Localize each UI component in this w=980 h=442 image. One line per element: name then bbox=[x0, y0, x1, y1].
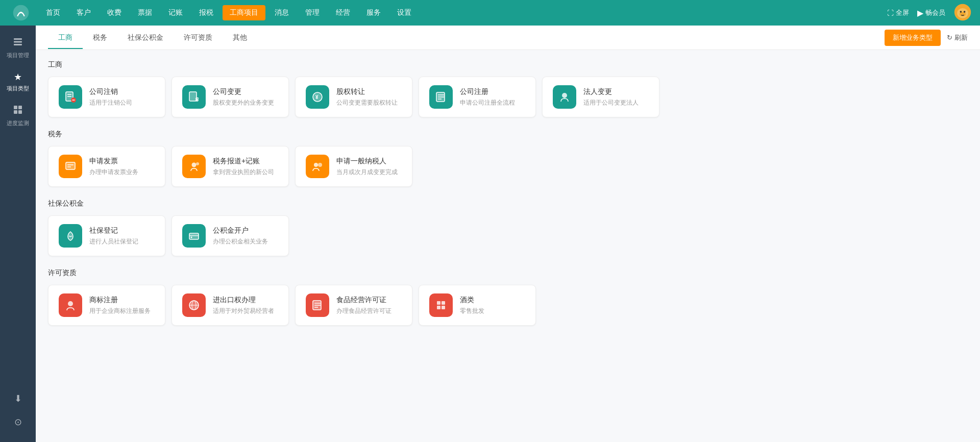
nav-industry[interactable]: 工商项目 bbox=[223, 5, 265, 20]
card-icon-import-export bbox=[182, 293, 206, 317]
card-icon-trademark bbox=[59, 293, 82, 317]
tab-other[interactable]: 其他 bbox=[223, 27, 257, 48]
card-icon-apply-invoice bbox=[59, 155, 82, 178]
card-info-fund-open: 公积金开户 办理公积金相关业务 bbox=[213, 226, 268, 246]
social-cards: 社保登记 进行人员社保登记 公积金开户 办理公积金相关业务 bbox=[48, 215, 968, 256]
tab-license[interactable]: 许可资质 bbox=[174, 27, 223, 48]
card-tax-report[interactable]: 税务报道+记账 拿到营业执照的新公司 bbox=[172, 146, 289, 187]
industry-cards: 公司注销 适用于注销公司 公司变更 股权变更外的业务变更 bbox=[48, 77, 968, 117]
card-icon-company-register bbox=[429, 85, 453, 109]
card-icon-equity-transfer: ¥ bbox=[306, 85, 329, 109]
progress-icon bbox=[13, 105, 23, 117]
svg-rect-20 bbox=[189, 92, 197, 101]
svg-rect-12 bbox=[18, 106, 22, 109]
user-avatar[interactable] bbox=[953, 3, 972, 23]
svg-rect-37 bbox=[189, 235, 199, 236]
fullscreen-button[interactable]: ⛶ 全屏 bbox=[887, 8, 909, 17]
card-info-trademark: 商标注册 用于企业商标注册服务 bbox=[89, 296, 151, 315]
tab-actions: 新增业务类型 ↻ 刷新 bbox=[885, 30, 968, 46]
svg-point-38 bbox=[191, 237, 192, 238]
section-title-social: 社保公积金 bbox=[48, 199, 968, 208]
sidebar-label-project-manage: 项目管理 bbox=[7, 52, 29, 59]
sidebar-label-progress: 进度监测 bbox=[7, 119, 29, 127]
card-title-company-cancel: 公司注销 bbox=[89, 87, 132, 96]
refresh-button[interactable]: ↻ 刷新 bbox=[947, 33, 968, 42]
card-desc-social-register: 进行人员社保登记 bbox=[89, 237, 138, 246]
nav-settings[interactable]: 设置 bbox=[390, 5, 419, 20]
add-type-button[interactable]: 新增业务类型 bbox=[885, 30, 941, 46]
card-trademark[interactable]: 商标注册 用于企业商标注册服务 bbox=[48, 285, 165, 326]
card-desc-legal-change: 适用于公司变更法人 bbox=[583, 99, 639, 107]
card-general-taxpayer[interactable]: 申请一般纳税人 当月或次月成变更完成 bbox=[295, 146, 412, 187]
svg-rect-10 bbox=[14, 44, 22, 45]
nav-accounting[interactable]: 记账 bbox=[161, 5, 190, 20]
sidebar-item-project-manage[interactable]: 项目管理 bbox=[0, 31, 36, 65]
sidebar-item-project-type[interactable]: ★ 项目类型 bbox=[0, 65, 36, 99]
svg-point-6 bbox=[960, 11, 962, 13]
card-desc-tax-report: 拿到营业执照的新公司 bbox=[213, 168, 274, 177]
card-desc-company-register: 申请公司注册全流程 bbox=[460, 99, 515, 107]
card-company-register[interactable]: 公司注册 申请公司注册全流程 bbox=[419, 77, 536, 117]
svg-rect-48 bbox=[442, 301, 445, 305]
sidebar-settings[interactable]: ⊙ bbox=[0, 410, 36, 434]
sidebar-item-progress[interactable]: 进度监测 bbox=[0, 99, 36, 133]
card-food-license[interactable]: 食品经营许可证 办理食品经营许可证 bbox=[295, 285, 412, 326]
vip-button[interactable]: ▶ 畅会员 bbox=[917, 8, 945, 18]
card-desc-company-change: 股权变更外的业务变更 bbox=[213, 99, 274, 107]
tab-industry[interactable]: 工商 bbox=[48, 27, 83, 48]
svg-text:¥: ¥ bbox=[315, 94, 318, 100]
vip-label: 畅会员 bbox=[925, 8, 945, 17]
nav-customer[interactable]: 客户 bbox=[69, 5, 98, 20]
fullscreen-label: 全屏 bbox=[896, 8, 909, 17]
section-title-license: 许可资质 bbox=[48, 268, 968, 278]
card-title-alcohol: 酒类 bbox=[460, 296, 484, 305]
svg-rect-29 bbox=[66, 162, 75, 169]
nav-message[interactable]: 消息 bbox=[267, 5, 296, 20]
sidebar-label-project-type: 项目类型 bbox=[7, 85, 29, 92]
card-legal-change[interactable]: 法人变更 适用于公司变更法人 bbox=[542, 77, 659, 117]
vip-icon: ▶ bbox=[917, 8, 923, 18]
card-company-cancel[interactable]: 公司注销 适用于注销公司 bbox=[48, 77, 165, 117]
nav-home[interactable]: 首页 bbox=[39, 5, 67, 20]
nav-fee[interactable]: 收费 bbox=[100, 5, 129, 20]
nav-manage[interactable]: 管理 bbox=[298, 5, 327, 20]
card-title-food-license: 食品经营许可证 bbox=[336, 296, 391, 305]
tab-social[interactable]: 社保公积金 bbox=[117, 27, 174, 48]
card-info-company-cancel: 公司注销 适用于注销公司 bbox=[89, 87, 132, 107]
card-fund-open[interactable]: 公积金开户 办理公积金相关业务 bbox=[172, 215, 289, 256]
card-desc-equity-transfer: 公司变更需要股权转让 bbox=[336, 99, 398, 107]
card-desc-food-license: 办理食品经营许可证 bbox=[336, 307, 391, 315]
card-info-social-register: 社保登记 进行人员社保登记 bbox=[89, 226, 138, 246]
settings-icon: ⊙ bbox=[14, 416, 22, 428]
card-equity-transfer[interactable]: ¥ 股权转让 公司变更需要股权转让 bbox=[295, 77, 412, 117]
refresh-icon: ↻ bbox=[947, 34, 952, 41]
nav-invoice[interactable]: 票据 bbox=[131, 5, 159, 20]
svg-point-35 bbox=[318, 163, 322, 167]
svg-rect-11 bbox=[14, 106, 17, 109]
card-icon-company-cancel bbox=[59, 85, 82, 109]
card-social-register[interactable]: 社保登记 进行人员社保登记 bbox=[48, 215, 165, 256]
card-info-legal-change: 法人变更 适用于公司变更法人 bbox=[583, 87, 639, 107]
card-apply-invoice[interactable]: 申请发票 办理申请发票业务 bbox=[48, 146, 165, 187]
card-company-change[interactable]: 公司变更 股权变更外的业务变更 bbox=[172, 77, 289, 117]
card-title-apply-invoice: 申请发票 bbox=[89, 157, 138, 166]
svg-rect-14 bbox=[18, 110, 22, 114]
download-icon: ⬇ bbox=[14, 393, 22, 404]
card-info-alcohol: 酒类 零售批发 bbox=[460, 296, 484, 315]
card-info-import-export: 进出口权办理 适用于对外贸易经营者 bbox=[213, 296, 274, 315]
card-alcohol[interactable]: 酒类 零售批发 bbox=[419, 285, 536, 326]
section-title-tax: 税务 bbox=[48, 130, 968, 139]
nav-right: ⛶ 全屏 ▶ 畅会员 bbox=[887, 3, 972, 23]
svg-point-33 bbox=[196, 162, 199, 165]
refresh-label: 刷新 bbox=[954, 33, 968, 42]
card-desc-alcohol: 零售批发 bbox=[460, 307, 484, 315]
nav-service[interactable]: 服务 bbox=[359, 5, 388, 20]
svg-point-39 bbox=[68, 301, 73, 306]
nav-operation[interactable]: 经营 bbox=[329, 5, 357, 20]
card-import-export[interactable]: 进出口权办理 适用于对外贸易经营者 bbox=[172, 285, 289, 326]
tab-tax[interactable]: 税务 bbox=[83, 27, 117, 48]
top-navigation: 首页 客户 收费 票据 记账 报税 工商项目 消息 管理 经营 服务 设置 ⛶ … bbox=[0, 0, 980, 26]
svg-rect-9 bbox=[14, 41, 22, 43]
nav-tax[interactable]: 报税 bbox=[192, 5, 220, 20]
sidebar-download[interactable]: ⬇ bbox=[0, 387, 36, 410]
